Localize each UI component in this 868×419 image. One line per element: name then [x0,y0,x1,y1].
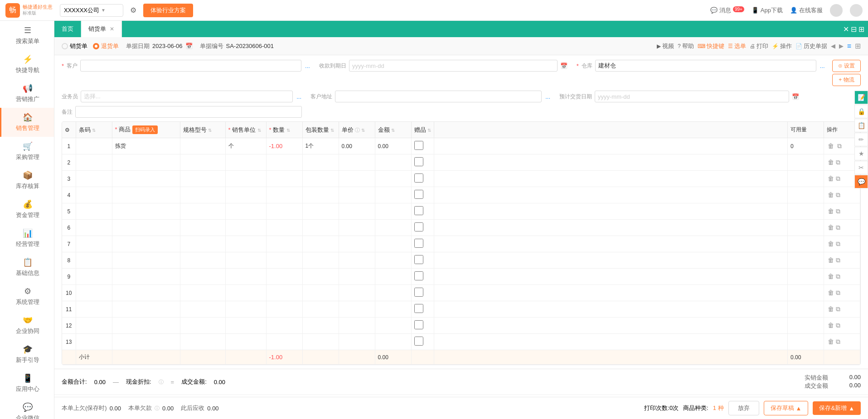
r3-del[interactable]: 🗑 [828,175,834,182]
r10-del[interactable]: 🗑 [828,289,834,296]
row1-copy-icon[interactable]: ⧉ [837,142,842,149]
r2c3[interactable] [112,154,180,171]
float-btn-5[interactable]: ★ [854,147,868,160]
float-btn-2[interactable]: 🔒 [854,105,868,118]
tab-list-icon[interactable]: ⊟ [851,25,857,34]
settings-gear-button[interactable]: ⚙ [127,4,140,17]
debit-info-icon[interactable]: ⓘ [155,405,160,412]
save-draft-button[interactable]: 保存草稿 ▲ [764,401,809,415]
row1-unitprice[interactable]: 0.00 [339,138,375,154]
float-btn-4[interactable]: ✏ [854,133,868,146]
list-view-icon[interactable]: ≡ [847,42,851,50]
customer-address-input[interactable] [335,91,542,102]
online-service-item[interactable]: 👤 在线客服 [790,6,823,14]
warehouse-input[interactable]: 建材仓 [595,60,816,72]
row1-spec[interactable] [180,138,225,154]
sort-amount-icon[interactable]: ⇅ [391,128,395,133]
r8-copy[interactable]: ⧉ [836,256,840,264]
sidebar-item-sales[interactable]: 🏠 销售管理 [0,108,54,137]
r7-copy[interactable]: ⧉ [836,240,840,247]
r2c8[interactable] [339,154,375,171]
r6-del[interactable]: 🗑 [828,224,834,231]
row1-amount[interactable]: 0.00 [375,138,411,154]
sort-packqty-icon[interactable]: ⇅ [330,128,334,133]
float-btn-3[interactable]: 📋 [854,119,868,132]
app-download-item[interactable]: 📱 App下载 [752,6,783,14]
r4-gift[interactable] [414,190,423,199]
sidebar-item-marketing[interactable]: 📢 营销推广 [0,79,54,108]
sidebar-item-system[interactable]: ⚙ 系统管理 [0,282,54,311]
radio-sales-order[interactable]: 销货单 [62,42,87,50]
r12-del[interactable]: 🗑 [828,322,834,329]
date-calendar-icon[interactable]: 📅 [185,43,193,49]
salesperson-more-btn[interactable]: ... [296,93,301,100]
tab-close-icon[interactable]: ✕ [110,26,114,32]
warehouse-more-btn[interactable]: ... [820,63,825,69]
r3-gift[interactable] [414,173,423,183]
settings-button[interactable]: ⊙ 设置 [832,60,861,72]
customer-input[interactable] [80,60,301,72]
sidebar-item-wechat[interactable]: 💬 企业微信 [0,398,54,419]
float-btn-6[interactable]: ✂ [854,161,868,174]
avatar2[interactable] [850,4,863,17]
row1-delete-icon[interactable]: 🗑 [828,142,834,149]
avatar[interactable] [830,4,843,17]
r9-copy[interactable]: ⧉ [836,273,840,280]
sidebar-item-shortcut[interactable]: ⚡ 快捷导航 [0,50,54,79]
sidebar-item-search[interactable]: ☰ 搜索菜单 [0,21,54,50]
r2c9[interactable] [375,154,411,171]
row1-gift[interactable] [411,138,434,154]
nav-next-icon[interactable]: ▶ [839,43,844,49]
address-more-btn[interactable]: ... [545,93,550,100]
r7-gift[interactable] [414,239,423,248]
sort-gift-icon[interactable]: ⇅ [427,128,431,133]
r8-del[interactable]: 🗑 [828,256,834,264]
discard-button[interactable]: 放弃 [728,401,759,415]
r12-gift[interactable] [414,320,423,329]
r2c6[interactable] [266,154,302,171]
r7-del[interactable]: 🗑 [828,240,834,247]
r2c5[interactable] [225,154,266,171]
action-print[interactable]: 🖨 打印 [750,42,768,50]
sidebar-item-finance[interactable]: 💰 资金管理 [0,195,54,224]
save-new-button[interactable]: 保存&新增 ▲ [813,401,861,415]
r3-copy[interactable]: ⧉ [836,175,840,182]
sidebar-item-guide[interactable]: 🎓 新手引导 [0,340,54,369]
row1-product[interactable]: 拣货 [112,138,180,154]
sidebar-item-basic[interactable]: 📋 基础信息 [0,253,54,282]
logistics-button[interactable]: + 物流 [832,74,861,86]
expected-date-calendar-icon[interactable]: 📅 [792,93,799,100]
r13-gift[interactable] [414,337,423,346]
sidebar-item-enterprise[interactable]: 🤝 企业协同 [0,311,54,340]
message-item[interactable]: 💬 消息 99+ [710,6,744,14]
r2c7[interactable] [302,154,339,171]
row1-gift-checkbox[interactable] [414,141,423,150]
r2-del[interactable]: 🗑 [828,159,834,166]
action-help[interactable]: ? 帮助 [678,42,694,50]
r13-copy[interactable]: ⧉ [836,338,840,345]
sort-unit-icon[interactable]: ⇅ [257,128,261,133]
tab-expand-icon[interactable]: ✕ [843,25,849,34]
r11-del[interactable]: 🗑 [828,305,834,313]
r6-copy[interactable]: ⧉ [836,224,840,231]
r6-gift[interactable] [414,222,423,231]
grid-view-icon[interactable]: ⊞ [855,42,861,50]
tab-sales-order[interactable]: 销货单 ✕ [81,21,122,37]
r10-copy[interactable]: ⧉ [836,289,840,296]
row1-qty[interactable]: -1.00 [266,138,302,154]
customer-more-btn[interactable]: ... [305,63,310,69]
r2-gift[interactable] [414,157,423,166]
sort-barcode-icon[interactable]: ⇅ [92,128,96,133]
action-shortcut[interactable]: ⌨ 快捷键 [698,42,724,50]
r2c4[interactable] [180,154,225,171]
due-date-input[interactable]: yyyy-mm-dd [349,60,558,72]
r12-copy[interactable]: ⧉ [836,322,840,329]
sort-spec-icon[interactable]: ⇅ [208,128,212,133]
sort-unitprice-icon[interactable]: ⇅ [361,128,365,133]
trial-button[interactable]: 体验行业方案 [143,4,193,17]
float-btn-1[interactable]: 📝 [854,91,868,104]
tab-home[interactable]: 首页 [54,21,81,37]
notes-input[interactable] [75,106,302,118]
sidebar-item-purchase[interactable]: 🛒 采购管理 [0,137,54,166]
r11-copy[interactable]: ⧉ [836,305,840,313]
